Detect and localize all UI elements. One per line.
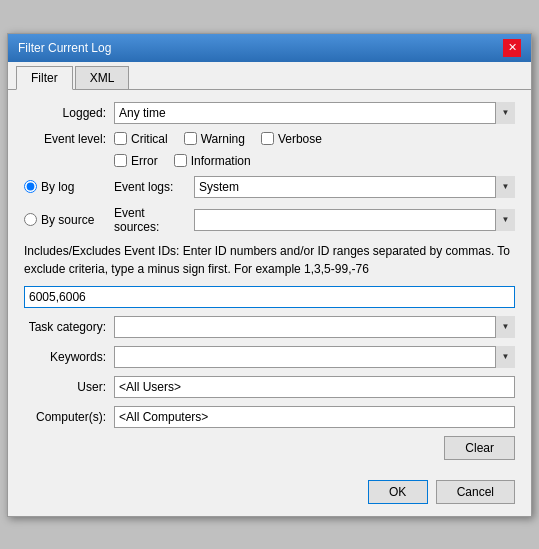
filter-dialog: Filter Current Log ✕ Filter XML Logged: … xyxy=(7,33,532,517)
task-category-row: Task category: xyxy=(24,316,515,338)
tab-filter[interactable]: Filter xyxy=(16,66,73,90)
error-label: Error xyxy=(131,154,158,168)
user-wrap xyxy=(114,376,515,398)
by-source-label: By source xyxy=(41,213,94,227)
logged-dropdown-wrap: Any time Last hour Last 12 hours Last 24… xyxy=(114,102,515,124)
computer-row: Computer(s): xyxy=(24,406,515,428)
ok-button[interactable]: OK xyxy=(368,480,428,504)
task-category-dropdown[interactable] xyxy=(114,316,515,338)
event-logs-label: Event logs: xyxy=(114,180,194,194)
keywords-label: Keywords: xyxy=(24,350,114,364)
checkbox-verbose: Verbose xyxy=(261,132,322,146)
cancel-button[interactable]: Cancel xyxy=(436,480,515,504)
keywords-dropdown[interactable] xyxy=(114,346,515,368)
by-source-radio-item: By source xyxy=(24,213,114,227)
checkbox-critical: Critical xyxy=(114,132,168,146)
user-input[interactable] xyxy=(114,376,515,398)
by-source-row: By source Event sources: xyxy=(24,206,515,234)
error-checkbox[interactable] xyxy=(114,154,127,167)
title-bar: Filter Current Log ✕ xyxy=(8,34,531,62)
checkbox-information: Information xyxy=(174,154,251,168)
critical-label: Critical xyxy=(131,132,168,146)
keywords-wrap xyxy=(114,346,515,368)
event-logs-wrap: System xyxy=(194,176,515,198)
computer-input[interactable] xyxy=(114,406,515,428)
user-row: User: xyxy=(24,376,515,398)
event-ids-input[interactable] xyxy=(24,286,515,308)
by-log-radio-item: By log xyxy=(24,180,114,194)
information-checkbox[interactable] xyxy=(174,154,187,167)
computer-wrap xyxy=(114,406,515,428)
event-sources-wrap xyxy=(194,209,515,231)
keywords-row: Keywords: xyxy=(24,346,515,368)
critical-checkbox[interactable] xyxy=(114,132,127,145)
checkboxes-top: Critical Warning Verbose xyxy=(114,132,322,146)
dialog-title: Filter Current Log xyxy=(18,41,111,55)
logged-label: Logged: xyxy=(24,106,114,120)
event-logs-dropdown[interactable]: System xyxy=(194,176,515,198)
by-source-radio[interactable] xyxy=(24,213,37,226)
event-ids-row xyxy=(24,286,515,308)
checkbox-error: Error xyxy=(114,154,158,168)
event-level-label: Event level: xyxy=(24,132,114,146)
logged-dropdown[interactable]: Any time Last hour Last 12 hours Last 24… xyxy=(114,102,515,124)
event-level-row: Event level: Critical Warning Verbose xyxy=(24,132,515,146)
verbose-label: Verbose xyxy=(278,132,322,146)
event-sources-dropdown[interactable] xyxy=(194,209,515,231)
checkboxes-row2: Error Information xyxy=(114,154,515,168)
tab-xml[interactable]: XML xyxy=(75,66,130,89)
user-label: User: xyxy=(24,380,114,394)
verbose-checkbox[interactable] xyxy=(261,132,274,145)
checkbox-warning: Warning xyxy=(184,132,245,146)
by-log-radio[interactable] xyxy=(24,180,37,193)
task-category-wrap xyxy=(114,316,515,338)
hint-text: Includes/Excludes Event IDs: Enter ID nu… xyxy=(24,242,515,278)
filter-content: Logged: Any time Last hour Last 12 hours… xyxy=(8,90,531,516)
clear-button[interactable]: Clear xyxy=(444,436,515,460)
computer-label: Computer(s): xyxy=(24,410,114,424)
tabs-bar: Filter XML xyxy=(8,62,531,90)
by-log-label: By log xyxy=(41,180,74,194)
information-label: Information xyxy=(191,154,251,168)
bottom-row: OK Cancel xyxy=(24,472,515,504)
logged-row: Logged: Any time Last hour Last 12 hours… xyxy=(24,102,515,124)
warning-checkbox[interactable] xyxy=(184,132,197,145)
clear-row: Clear xyxy=(24,436,515,460)
by-log-row: By log Event logs: System xyxy=(24,176,515,198)
event-sources-label: Event sources: xyxy=(114,206,194,234)
task-category-label: Task category: xyxy=(24,320,114,334)
close-button[interactable]: ✕ xyxy=(503,39,521,57)
warning-label: Warning xyxy=(201,132,245,146)
